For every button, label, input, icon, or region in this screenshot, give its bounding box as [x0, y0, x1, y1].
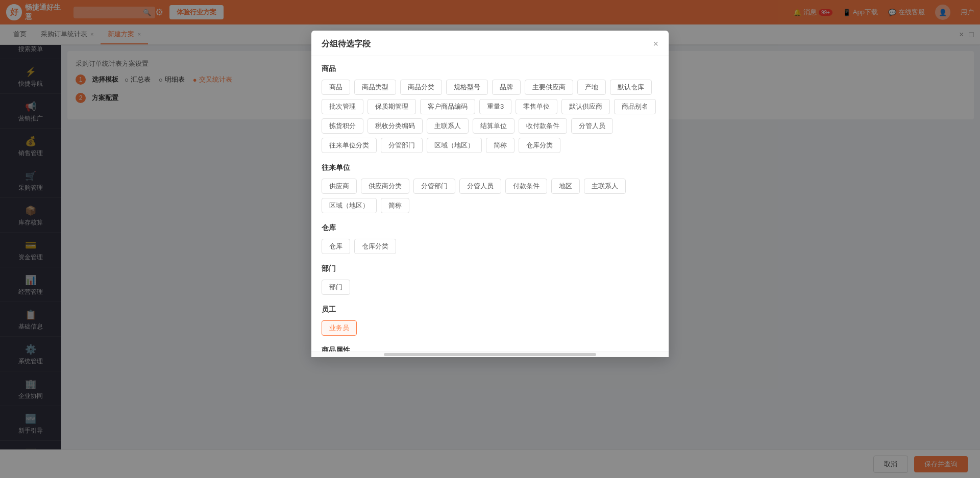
modal-close-button[interactable]: × [653, 39, 658, 49]
section-warehouse: 仓库仓库仓库分类 [322, 223, 658, 254]
modal-header: 分组待选字段 × [311, 31, 669, 56]
field-tag-部门[interactable]: 部门 [322, 280, 350, 295]
section-employee: 员工业务员 [322, 305, 658, 336]
field-tag-仓库分类[interactable]: 仓库分类 [519, 138, 560, 153]
modal-body: 商品商品商品类型商品分类规格型号品牌主要供应商产地默认仓库批次管理保质期管理客户… [311, 56, 669, 351]
field-tag-产地[interactable]: 产地 [577, 80, 606, 95]
field-tag-分管部门[interactable]: 分管部门 [413, 179, 455, 194]
field-tag-区域（地区）[interactable]: 区域（地区） [427, 138, 482, 153]
modal-hscroll-thumb [384, 353, 596, 356]
section-warehouse-title: 仓库 [322, 223, 658, 233]
field-tag-分管人员[interactable]: 分管人员 [571, 118, 613, 134]
section-department-title: 部门 [322, 264, 658, 273]
field-tag-结算单位[interactable]: 结算单位 [473, 118, 514, 134]
field-tag-供应商[interactable]: 供应商 [322, 179, 357, 194]
field-tag-批次管理[interactable]: 批次管理 [322, 99, 363, 114]
section-product-attr: 商品属性属性颜色多规格尺码鞋码1 [322, 346, 658, 351]
modal-title: 分组待选字段 [322, 39, 371, 49]
modal-overlay: 分组待选字段 × 商品商品商品类型商品分类规格型号品牌主要供应商产地默认仓库批次… [0, 0, 980, 478]
section-contact-title: 往来单位 [322, 163, 658, 172]
field-tag-仓库分类[interactable]: 仓库分类 [354, 239, 396, 254]
section-contact: 往来单位供应商供应商分类分管部门分管人员付款条件地区主联系人区域（地区）简称 [322, 163, 658, 213]
section-product-title: 商品 [322, 64, 658, 73]
field-tag-地区[interactable]: 地区 [551, 179, 580, 194]
field-tag-商品别名[interactable]: 商品别名 [614, 99, 656, 114]
section-warehouse-tags: 仓库仓库分类 [322, 239, 658, 254]
field-tag-零售单位[interactable]: 零售单位 [516, 99, 557, 114]
field-tag-默认仓库[interactable]: 默认仓库 [610, 80, 652, 95]
field-tag-保质期管理[interactable]: 保质期管理 [368, 99, 416, 114]
field-tag-收付款条件[interactable]: 收付款条件 [519, 118, 567, 134]
field-tag-默认供应商[interactable]: 默认供应商 [561, 99, 610, 114]
field-tag-商品分类[interactable]: 商品分类 [400, 80, 442, 95]
field-tag-分管人员[interactable]: 分管人员 [459, 179, 501, 194]
field-tag-简称[interactable]: 简称 [381, 198, 409, 213]
field-tag-付款条件[interactable]: 付款条件 [505, 179, 547, 194]
field-tag-主要供应商[interactable]: 主要供应商 [525, 80, 573, 95]
field-tag-主联系人[interactable]: 主联系人 [584, 179, 626, 194]
section-product-tags: 商品商品类型商品分类规格型号品牌主要供应商产地默认仓库批次管理保质期管理客户商品… [322, 80, 658, 153]
field-tag-税收分类编码[interactable]: 税收分类编码 [368, 118, 423, 134]
field-tag-往来单位分类[interactable]: 往来单位分类 [322, 138, 377, 153]
field-tag-商品类型[interactable]: 商品类型 [354, 80, 396, 95]
field-tag-拣货积分[interactable]: 拣货积分 [322, 118, 363, 134]
field-tag-供应商分类[interactable]: 供应商分类 [361, 179, 409, 194]
section-employee-tags: 业务员 [322, 320, 658, 336]
field-tag-规格型号[interactable]: 规格型号 [446, 80, 488, 95]
field-tag-商品[interactable]: 商品 [322, 80, 350, 95]
field-tag-品牌[interactable]: 品牌 [492, 80, 521, 95]
modal-horizontal-scrollbar[interactable] [311, 351, 669, 357]
field-tag-仓库[interactable]: 仓库 [322, 239, 350, 254]
field-tag-简称[interactable]: 简称 [486, 138, 514, 153]
section-employee-title: 员工 [322, 305, 658, 314]
field-tag-分管部门[interactable]: 分管部门 [381, 138, 423, 153]
section-department: 部门部门 [322, 264, 658, 295]
field-tag-客户商品编码[interactable]: 客户商品编码 [420, 99, 475, 114]
field-selection-modal: 分组待选字段 × 商品商品商品类型商品分类规格型号品牌主要供应商产地默认仓库批次… [311, 31, 669, 357]
field-tag-业务员[interactable]: 业务员 [322, 320, 357, 336]
section-contact-tags: 供应商供应商分类分管部门分管人员付款条件地区主联系人区域（地区）简称 [322, 179, 658, 213]
field-tag-重量3[interactable]: 重量3 [479, 99, 511, 114]
section-product: 商品商品商品类型商品分类规格型号品牌主要供应商产地默认仓库批次管理保质期管理客户… [322, 64, 658, 153]
section-department-tags: 部门 [322, 280, 658, 295]
section-product-attr-title: 商品属性 [322, 346, 658, 351]
field-tag-主联系人[interactable]: 主联系人 [427, 118, 469, 134]
field-tag-区域（地区）[interactable]: 区域（地区） [322, 198, 377, 213]
